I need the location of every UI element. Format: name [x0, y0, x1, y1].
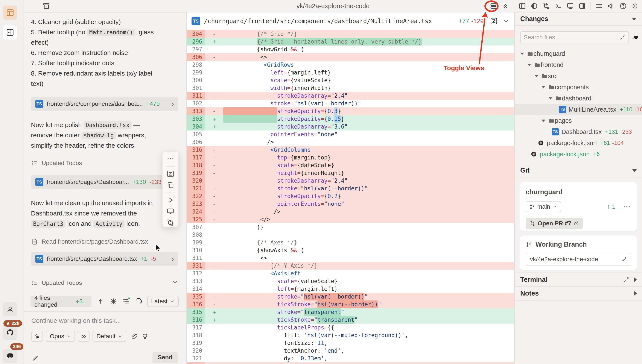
files-changed-plus: +3...	[76, 298, 88, 305]
rail-item-board-view[interactable]	[3, 25, 17, 40]
tree-folder-churnguard[interactable]: churnguard	[515, 48, 642, 59]
spark-icon[interactable]	[110, 298, 117, 305]
monitor-icon[interactable]	[566, 2, 574, 10]
edit-pencil-icon[interactable]	[621, 256, 627, 262]
typescript-file-icon: TS	[35, 100, 43, 108]
tree-folder-frontend[interactable]: frontend	[515, 59, 642, 70]
menu-icon[interactable]	[595, 2, 603, 10]
board-view-icon	[6, 28, 15, 37]
branch-dropdown[interactable]: main	[526, 201, 561, 212]
more-menu-icon[interactable]: ⋯	[623, 202, 631, 211]
profile-button[interactable]	[3, 302, 17, 316]
notes-section-header[interactable]: Notes	[515, 287, 642, 300]
archive-box-icon[interactable]	[43, 2, 50, 10]
discord-count-badge: 346	[10, 344, 24, 350]
divider	[166, 166, 175, 166]
tree-file-Dashboard.tsx[interactable]: TSDashboard.tsx+131-233	[515, 126, 642, 137]
git-branch-icon	[526, 241, 532, 248]
tree-folder-components[interactable]: components	[515, 82, 642, 93]
diff-line: 313- strokeOpacity={0.3}	[187, 107, 514, 115]
diff-line: 310 {showAxis && (	[187, 246, 514, 254]
git-compare-icon[interactable]	[166, 219, 175, 227]
floating-toolbar	[162, 152, 179, 227]
collapse-file-icon[interactable]	[503, 18, 509, 24]
settings-icon[interactable]	[631, 2, 639, 10]
terminal-icon[interactable]	[554, 2, 562, 10]
caret-down-icon[interactable]	[541, 120, 545, 122]
theme-icon[interactable]	[530, 2, 538, 10]
diff-line: 315+ stroke="transparent"	[187, 308, 514, 316]
todos-status-icon[interactable]	[123, 298, 130, 305]
folder-icon	[534, 62, 541, 68]
working-branch-input[interactable]	[530, 256, 620, 263]
megaphone-icon[interactable]	[607, 2, 615, 10]
git-compare-icon[interactable]	[542, 2, 550, 10]
message-input[interactable]	[31, 317, 169, 324]
run-icon[interactable]	[166, 196, 175, 204]
caret-down-icon[interactable]	[520, 52, 524, 55]
tool-call-row[interactable]: Read frontend/src/pages/Dashboard.tsx	[31, 237, 178, 246]
tree-file-MultiLineArea.tsx[interactable]: TSMultiLineArea.tsx+110-162	[515, 104, 642, 115]
diff-line: 335- stroke="hsl(var(--border))"	[187, 293, 514, 300]
model-dropdown[interactable]: Opus	[46, 331, 75, 342]
diff-view-icon[interactable]	[166, 170, 175, 178]
tree-folder-pages[interactable]: pages	[515, 115, 642, 126]
settings-sliders-button[interactable]	[31, 331, 43, 342]
git-section-header[interactable]: Git	[515, 164, 642, 177]
diff-line: 296+ {/* Grid — horizontal lines only, v…	[187, 38, 514, 46]
tool-call-row[interactable]: Updated Todos	[31, 158, 178, 168]
highlighter-icon[interactable]	[31, 354, 39, 362]
tree-folder-src[interactable]: src	[515, 70, 642, 82]
diff-line: 324- />	[187, 208, 514, 216]
collapse-tree-icon[interactable]	[619, 34, 625, 40]
chevron-down-icon[interactable]	[172, 279, 178, 287]
attach-icon[interactable]	[131, 333, 138, 340]
latest-dropdown[interactable]: Latest	[147, 296, 179, 307]
tree-label: dashboard	[562, 95, 591, 102]
caret-down-icon[interactable]	[541, 86, 545, 88]
send-button[interactable]: Send	[153, 352, 178, 363]
panel-right-icon[interactable]	[578, 2, 586, 10]
monitor-icon[interactable]	[166, 207, 175, 216]
help-icon[interactable]	[619, 2, 627, 10]
tree-file-package-lock.json[interactable]: package-lock.json+6	[515, 148, 642, 160]
github-stars-badge: ★ 22k	[4, 320, 22, 327]
tool-call-row[interactable]: Updated Todos	[31, 278, 178, 288]
caret-down-icon[interactable]	[527, 64, 531, 66]
diff-line: 303+ strokeOpacity={0.15}	[187, 115, 514, 123]
commits-ahead[interactable]: ↑ 1	[607, 203, 615, 210]
fast-forward-icon	[81, 333, 87, 340]
files-changed-chip[interactable]: 4 files changed +3...	[31, 296, 92, 307]
cat-assistant-icon[interactable]	[632, 34, 640, 42]
rail-item-layout-view[interactable]	[3, 6, 17, 20]
copy-icon[interactable]	[166, 181, 175, 189]
folder-icon	[555, 95, 562, 102]
panel-left-icon[interactable]	[518, 2, 526, 10]
collapse-all-icon[interactable]	[502, 2, 509, 10]
additions: +131	[605, 128, 618, 135]
cat-icon[interactable]	[141, 333, 149, 340]
window-title: vk/4e2a-explore-the-code	[297, 2, 370, 10]
file-change-chip[interactable]: TSfrontend/src/pages/Dashboard.tsx+1-5›	[31, 252, 178, 266]
caret-down-icon[interactable]	[549, 97, 552, 100]
terminal-section-header[interactable]: Terminal	[515, 273, 642, 286]
mode-dropdown[interactable]: Default	[93, 331, 126, 342]
file-change-chip[interactable]: TSfrontend/src/pages/Dashboar...+130-233…	[31, 175, 178, 189]
chevron-down-icon	[66, 334, 71, 339]
fast-forward-button[interactable]	[78, 331, 90, 342]
diff-additions: +77	[459, 18, 469, 25]
sliders-icon	[34, 333, 40, 340]
discord-button[interactable]	[3, 349, 17, 363]
github-button[interactable]	[3, 326, 17, 340]
tree-folder-dashboard[interactable]: dashboard	[515, 93, 642, 104]
search-input[interactable]	[524, 34, 614, 41]
caret-down-icon[interactable]	[534, 75, 538, 77]
changes-section-header[interactable]: Changes	[515, 12, 642, 26]
open-pr-button[interactable]: Open PR #7	[526, 218, 583, 229]
scroll-up-icon[interactable]	[97, 298, 104, 305]
tree-file-package-lock.json[interactable]: package-lock.json+61-104	[515, 137, 642, 148]
diff-view-icon[interactable]	[490, 17, 498, 25]
toggle-views-icon[interactable]	[489, 2, 497, 10]
expand-icon[interactable]	[623, 276, 629, 283]
file-change-chip[interactable]: TSfrontend/src/components/dashboa...+479…	[31, 97, 178, 111]
